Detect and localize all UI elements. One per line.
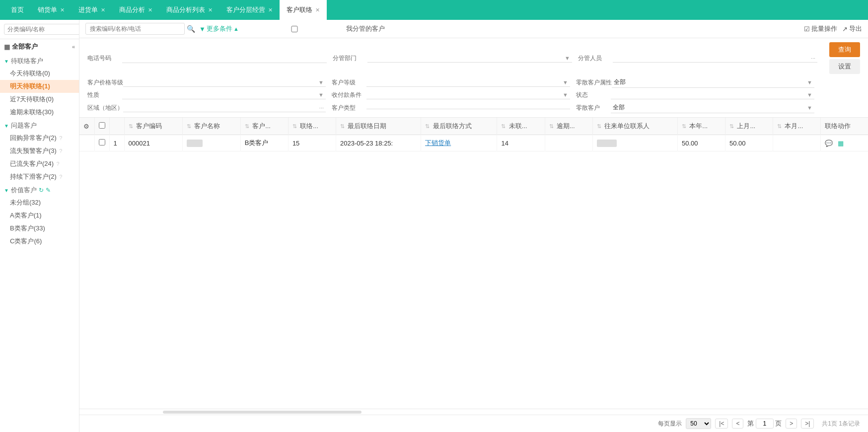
- value-group-edit-icon[interactable]: ✎: [46, 187, 51, 194]
- nav-product-analysis-list[interactable]: 商品分析列表 ✕: [159, 0, 219, 20]
- sidebar-item-class-c[interactable]: C类客户(6): [0, 235, 79, 248]
- filter-row-1: 电话号码 分管部门 ▼ 分管人员 ···: [87, 42, 860, 74]
- payment-chevron-icon: ▼: [563, 92, 568, 98]
- th-overdue[interactable]: ⇅ 逾期...: [545, 118, 592, 135]
- th-last-month[interactable]: ⇅ 上月...: [725, 118, 773, 135]
- payment-select[interactable]: ▼: [366, 91, 570, 99]
- dept-select[interactable]: ▼: [367, 54, 572, 63]
- page-number-input[interactable]: [756, 419, 774, 429]
- th-type[interactable]: ⇅ 客户...: [240, 118, 288, 135]
- settings-icon[interactable]: ⚙: [83, 123, 89, 130]
- close-product-analysis-list-icon[interactable]: ✕: [208, 7, 213, 13]
- per-page-select[interactable]: 50 100 200: [686, 418, 711, 429]
- retail-customer-field: 零散客户 全部 ▼: [576, 102, 814, 113]
- th-last-contact-method[interactable]: ⇅ 最后联络方式: [421, 118, 497, 135]
- filter-row-3: 性质 ▼ 收付款条件 ▼ 状态: [87, 91, 860, 99]
- row-contacts-person-cell: [592, 135, 677, 151]
- row-settings-cell: [79, 135, 94, 151]
- select-all-checkbox[interactable]: [99, 122, 105, 129]
- batch-operation-button[interactable]: ☑ 批量操作: [804, 24, 837, 33]
- sort-icon-method: ⇅: [425, 123, 430, 129]
- filter-more-conditions-button[interactable]: ▼ 更多条件 ▲: [199, 24, 239, 33]
- sidebar-search-input[interactable]: [4, 24, 79, 35]
- status-select[interactable]: ▼: [611, 91, 814, 99]
- sidebar-item-declining[interactable]: 持续下滑客户(2) ?: [0, 170, 79, 183]
- row-checkbox-cell: [94, 135, 109, 151]
- region-select[interactable]: ···: [123, 104, 326, 112]
- query-button[interactable]: 查询: [829, 42, 860, 57]
- price-level-select[interactable]: ▼: [123, 78, 326, 87]
- th-no-contact[interactable]: ⇅ 未联...: [497, 118, 545, 135]
- sort-icon-person: ⇅: [597, 123, 601, 129]
- nature-select[interactable]: ▼: [122, 91, 326, 99]
- my-customers-checkbox-label[interactable]: 我分管的客户: [245, 24, 385, 33]
- chevron-up-icon: ▲: [233, 26, 239, 32]
- export-icon: ↗: [842, 25, 848, 33]
- action-chat-icon[interactable]: 💬: [825, 140, 833, 147]
- sidebar-item-overdue-contact[interactable]: 逾期未联络(30): [0, 106, 79, 119]
- sidebar-item-class-b[interactable]: B类客户(33): [0, 222, 79, 235]
- close-purchase-order-icon[interactable]: ✕: [101, 7, 105, 13]
- sidebar-item-ungrouped[interactable]: 未分组(32): [0, 196, 79, 209]
- nav-purchase-order[interactable]: 进货单 ✕: [72, 0, 112, 20]
- nav-customer-contact[interactable]: 客户联络 ✕: [280, 0, 327, 20]
- person-select[interactable]: ···: [613, 54, 817, 63]
- settings-button[interactable]: 设置: [829, 59, 860, 74]
- price-level-field: 客户价格等级 ▼: [87, 78, 326, 87]
- th-contacts-person[interactable]: ⇅ 往来单位联系人: [592, 118, 677, 135]
- sidebar-item-churned[interactable]: 已流失客户(24) ?: [0, 157, 79, 170]
- my-customers-checkbox[interactable]: [245, 26, 344, 32]
- close-product-analysis-icon[interactable]: ✕: [148, 7, 152, 13]
- export-button[interactable]: ↗ 导出: [842, 24, 862, 33]
- customer-type-select[interactable]: [366, 107, 570, 109]
- customer-level-select[interactable]: ▼: [366, 78, 570, 87]
- nav-customer-stratification[interactable]: 客户分层经营 ✕: [219, 0, 280, 20]
- th-name[interactable]: ⇅ 客户名称: [182, 118, 240, 135]
- nav-home[interactable]: 首页: [4, 0, 31, 20]
- sidebar-item-tomorrow-contact[interactable]: 明天待联络(1): [0, 80, 79, 93]
- th-last-contact-date[interactable]: ⇅ 最后联络日期: [336, 118, 421, 135]
- th-this-month[interactable]: ⇅ 本月...: [773, 118, 821, 135]
- filter-search-button[interactable]: 🔍: [187, 25, 195, 33]
- person-field: 分管人员 ···: [578, 54, 817, 63]
- nav-sales-order[interactable]: 销货单 ✕: [31, 0, 72, 20]
- close-sales-order-icon[interactable]: ✕: [60, 7, 65, 13]
- table-row: 1 000021 Ea B类客户 15: [79, 135, 868, 151]
- sidebar-item-class-a[interactable]: A类客户(1): [0, 209, 79, 222]
- retail-attr-select[interactable]: 全部 ▼: [612, 77, 814, 88]
- th-contacts[interactable]: ⇅ 联络...: [288, 118, 336, 135]
- table-body: 1 000021 Ea B类客户 15: [79, 135, 868, 151]
- sort-icon-thismonth: ⇅: [777, 123, 782, 129]
- sidebar-item-churn-warning[interactable]: 流失预警客户(3) ?: [0, 144, 79, 157]
- contact-method-link[interactable]: 下销货单: [425, 139, 451, 146]
- help-icon-2: ?: [56, 161, 59, 167]
- search-input[interactable]: [85, 23, 185, 35]
- row-action-cell: 💬 ▦: [821, 135, 868, 151]
- footer-pagination: 每页显示 50 100 200 |< < 第 页 > >| 共1页 1条记录: [79, 415, 868, 432]
- blurred-name: Ea: [187, 140, 203, 147]
- all-customers-header[interactable]: ▦ 全部客户 «: [0, 39, 79, 54]
- sort-icon-overdue: ⇅: [549, 123, 554, 129]
- prev-page-button[interactable]: <: [732, 419, 743, 429]
- th-code[interactable]: ⇅ 客户编码: [124, 118, 182, 135]
- close-customer-contact-icon[interactable]: ✕: [315, 7, 320, 13]
- sidebar-item-7days-contact[interactable]: 近7天待联络(0): [0, 93, 79, 106]
- close-customer-stratification-icon[interactable]: ✕: [268, 7, 273, 13]
- sidebar-item-abnormal-purchase[interactable]: 回购异常客户(2) ?: [0, 132, 79, 144]
- sidebar-item-today-contact[interactable]: 今天待联络(0): [0, 67, 79, 80]
- first-page-button[interactable]: |<: [715, 419, 728, 429]
- th-this-year[interactable]: ⇅ 本年...: [677, 118, 725, 135]
- sort-icon-name: ⇅: [187, 123, 191, 129]
- last-page-button[interactable]: >|: [801, 419, 814, 429]
- phone-input[interactable]: [122, 54, 327, 63]
- row-checkbox[interactable]: [99, 139, 105, 145]
- next-page-button[interactable]: >: [786, 419, 797, 429]
- sidebar-collapse-btn[interactable]: «: [72, 44, 75, 50]
- region-field: 区域（地区） ···: [87, 104, 326, 112]
- action-grid-icon[interactable]: ▦: [838, 140, 844, 147]
- retail-customer-select[interactable]: 全部 ▼: [611, 102, 814, 113]
- value-group-refresh-icon[interactable]: ↻: [39, 187, 44, 194]
- sort-icon-lastmonth: ⇅: [729, 123, 734, 129]
- nav-product-analysis[interactable]: 商品分析 ✕: [112, 0, 159, 20]
- horizontal-scrollbar[interactable]: [163, 411, 362, 414]
